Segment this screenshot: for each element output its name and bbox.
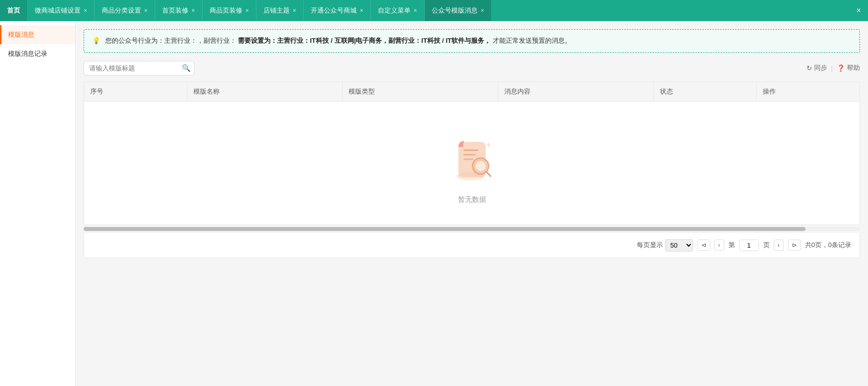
content-area: 💡 您的公众号行业为：主营行业：，副营行业： 需要设置为：主营行业：IT科技 /…: [76, 21, 868, 386]
search-left: 🔍: [84, 61, 194, 75]
table-col-模版名称: 模版名称: [187, 82, 343, 101]
last-page-button[interactable]: ⊳: [788, 240, 801, 251]
pagination-bar: 每页显示 50 20 100 ⊲ ‹ 第 页 › ⊳ 共0页，0条记录: [84, 233, 860, 258]
total-label: 共0页，0条记录: [805, 241, 851, 250]
notice-suffix: 才能正常发送预置的消息。: [493, 37, 571, 44]
tab-open-mall[interactable]: 开通公众号商城×: [304, 0, 371, 21]
tab-store-theme[interactable]: 店铺主题×: [256, 0, 304, 21]
close-all-button[interactable]: ×: [849, 0, 868, 21]
tab-product-decor[interactable]: 商品页装修×: [203, 0, 256, 21]
table-col-序号: 序号: [84, 82, 187, 101]
page-size-label: 每页显示: [637, 241, 663, 250]
help-icon: ❓: [837, 64, 845, 72]
search-input[interactable]: [84, 61, 194, 75]
tab-category-settings[interactable]: 商品分类设置×: [95, 0, 155, 21]
tab-close-template-msg[interactable]: ×: [481, 7, 484, 14]
tab-template-msg[interactable]: 公众号模版消息×: [425, 0, 492, 21]
next-page-button[interactable]: ›: [774, 240, 784, 251]
notice-prefix: 您的公众号行业为：主营行业：，副营行业：: [105, 37, 236, 44]
search-icon[interactable]: 🔍: [182, 64, 190, 72]
tab-close-store-theme[interactable]: ×: [293, 7, 296, 14]
prev-page-button[interactable]: ‹: [714, 240, 724, 251]
page-number-input[interactable]: [739, 240, 759, 251]
table-col-状态: 状态: [653, 82, 757, 101]
divider: |: [831, 64, 833, 72]
tab-bar: 首页微商城店铺设置×商品分类设置×首页装修×商品页装修×店铺主题×开通公众号商城…: [0, 0, 868, 21]
data-table: 序号模版名称模版类型消息内容状态操作: [84, 82, 860, 225]
notice-highlight: 需要设置为：主营行业：IT科技 / 互联网|电子商务，副营行业：IT科技 / I…: [238, 37, 491, 44]
svg-rect-1: [463, 149, 479, 151]
sync-button[interactable]: ↻ 同步: [807, 63, 827, 72]
page-label-prefix: 第: [728, 241, 735, 250]
search-bar: 🔍 ↻ 同步 | ❓ 帮助: [84, 61, 860, 75]
main-layout: 模版消息模版消息记录 💡 您的公众号行业为：主营行业：，副营行业： 需要设置为：…: [0, 21, 868, 386]
page-size-select: 每页显示 50 20 100: [637, 239, 693, 252]
page-size-dropdown[interactable]: 50 20 100: [665, 239, 693, 252]
tab-home[interactable]: 首页: [0, 0, 28, 21]
empty-state: 暂无数据: [84, 102, 859, 224]
empty-text: 暂无数据: [458, 195, 486, 204]
tab-custom-menu[interactable]: 自定义菜单×: [371, 0, 425, 21]
tab-shop-settings[interactable]: 微商城店铺设置×: [28, 0, 95, 21]
first-page-button[interactable]: ⊲: [697, 240, 710, 251]
horizontal-scrollbar[interactable]: [84, 227, 860, 231]
scroll-thumb[interactable]: [84, 227, 806, 231]
tab-homepage-decor[interactable]: 首页装修×: [155, 0, 203, 21]
sidebar: 模版消息模版消息记录: [0, 21, 76, 386]
table-col-操作: 操作: [757, 82, 860, 101]
page-label-suffix: 页: [763, 241, 770, 250]
search-input-wrap: 🔍: [84, 61, 194, 75]
tab-close-product-decor[interactable]: ×: [245, 7, 249, 14]
help-label: 帮助: [847, 63, 860, 72]
help-button[interactable]: ❓ 帮助: [837, 63, 860, 72]
svg-rect-3: [463, 159, 474, 160]
sync-icon: ↻: [807, 64, 812, 72]
sidebar-item-template-msg-record[interactable]: 模版消息记录: [0, 44, 75, 63]
table-col-模版类型: 模版类型: [343, 82, 498, 101]
tab-close-custom-menu[interactable]: ×: [414, 7, 417, 14]
notice-banner: 💡 您的公众号行业为：主营行业：，副营行业： 需要设置为：主营行业：IT科技 /…: [84, 29, 860, 53]
empty-illustration: [444, 132, 500, 187]
tab-close-category-settings[interactable]: ×: [144, 7, 148, 14]
tab-close-homepage-decor[interactable]: ×: [191, 7, 195, 14]
sidebar-item-template-msg[interactable]: 模版消息: [0, 25, 75, 44]
svg-point-5: [476, 161, 486, 171]
bulb-icon: 💡: [92, 37, 100, 44]
search-right: ↻ 同步 | ❓ 帮助: [807, 63, 860, 72]
table-col-消息内容: 消息内容: [498, 82, 654, 101]
svg-line-6: [486, 172, 491, 176]
tab-close-open-mall[interactable]: ×: [360, 7, 363, 14]
sync-label: 同步: [814, 63, 827, 72]
svg-rect-2: [463, 154, 476, 156]
tab-close-shop-settings[interactable]: ×: [84, 7, 87, 14]
